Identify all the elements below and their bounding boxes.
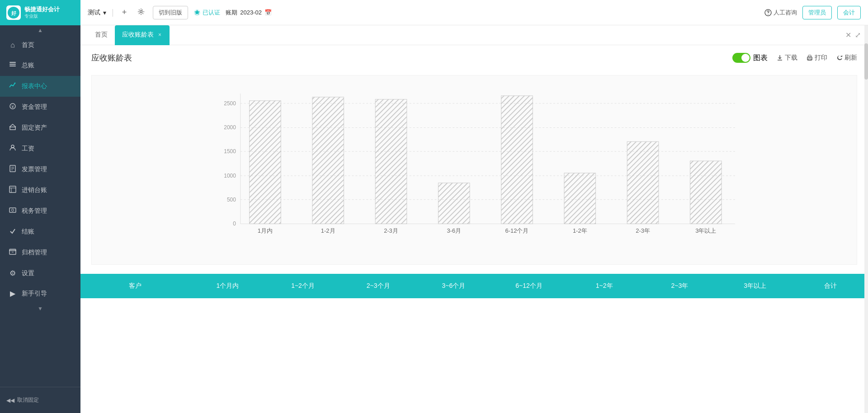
table-header-2-3year: 2~3年 xyxy=(642,274,717,298)
svg-point-18 xyxy=(12,209,14,211)
topbar-divider: | xyxy=(112,8,114,17)
svg-rect-4 xyxy=(9,66,16,66)
workspace-name: 测试 xyxy=(88,9,100,17)
guide-icon: ▶ xyxy=(8,289,17,298)
app-name: 畅捷通好会计 xyxy=(24,6,60,14)
svg-text:1000: 1000 xyxy=(224,173,236,179)
table-header-3year-plus: 3年以上 xyxy=(717,274,793,298)
svg-text:1-2月: 1-2月 xyxy=(321,227,335,234)
help-label: 人工咨询 xyxy=(774,9,797,17)
close-panel-btn[interactable]: ✕ xyxy=(845,31,851,39)
sidebar-item-home[interactable]: ⌂ 首页 xyxy=(0,35,80,55)
help-btn[interactable]: 人工咨询 xyxy=(764,9,797,17)
switch-version-btn[interactable]: 切到旧版 xyxy=(153,6,188,19)
refresh-label: 刷新 xyxy=(844,54,857,62)
scrollbar-thumb[interactable] xyxy=(864,43,868,80)
sidebar-bottom: ◀◀ 取消固定 xyxy=(0,387,80,413)
sidebar-item-guide[interactable]: ▶ 新手引导 xyxy=(0,283,80,304)
ledger-icon xyxy=(8,61,17,70)
svg-text:2500: 2500 xyxy=(224,100,236,107)
svg-text:3年以上: 3年以上 xyxy=(695,227,716,234)
accounting-period: 账期 2023-02 📅 xyxy=(226,9,272,17)
svg-point-22 xyxy=(140,10,142,13)
download-btn[interactable]: 下载 xyxy=(777,54,797,62)
cancel-fixed-btn[interactable]: ◀◀ 取消固定 xyxy=(0,392,80,408)
table-header-1-2month: 1~2个月 xyxy=(265,274,341,298)
chart-toggle[interactable]: 图表 xyxy=(732,53,768,63)
user-btn[interactable]: 管理员 xyxy=(802,6,832,19)
bar-3-6月 xyxy=(438,183,470,224)
tabs-right-actions: ✕ ⤢ xyxy=(845,31,861,39)
sidebar-item-archive[interactable]: 归档管理 xyxy=(0,242,80,263)
sidebar-item-closing[interactable]: 结账 xyxy=(0,221,80,242)
sidebar-item-fixed-assets[interactable]: 固定资产 xyxy=(0,117,80,138)
cancel-fixed-label: 取消固定 xyxy=(17,396,39,404)
svg-text:¥: ¥ xyxy=(11,104,14,109)
svg-rect-28 xyxy=(808,59,811,60)
download-label: 下载 xyxy=(785,54,797,62)
workspace-settings-btn[interactable] xyxy=(135,6,147,19)
toggle-thumb xyxy=(741,54,750,62)
svg-text:0: 0 xyxy=(233,221,236,227)
sidebar-item-sales[interactable]: 进销台账 xyxy=(0,180,80,201)
fixed-assets-icon xyxy=(8,123,17,132)
table-header-6-12month: 6~12个月 xyxy=(491,274,567,298)
sidebar-item-payroll[interactable]: 工资 xyxy=(0,138,80,159)
print-btn[interactable]: 打印 xyxy=(807,54,827,62)
sidebar-item-ledger[interactable]: 总账 xyxy=(0,55,80,76)
sidebar-item-invoices[interactable]: 发票管理 xyxy=(0,159,80,180)
svg-rect-17 xyxy=(9,208,16,212)
home-icon: ⌂ xyxy=(8,41,17,49)
sidebar-item-label: 总账 xyxy=(22,61,34,70)
print-label: 打印 xyxy=(815,54,827,62)
page-title: 应收账龄表 xyxy=(91,52,132,63)
table-header-3-6month: 3~6个月 xyxy=(416,274,491,298)
sidebar-item-label: 固定资产 xyxy=(22,124,47,132)
svg-text:3-6月: 3-6月 xyxy=(447,227,461,234)
table-header-1-2year: 1~2年 xyxy=(566,274,642,298)
svg-text:好: 好 xyxy=(11,10,17,16)
sidebar-logo: 好 畅捷通好会计 专业版 xyxy=(0,0,80,25)
add-workspace-btn[interactable]: + xyxy=(119,6,130,19)
tab-home[interactable]: 首页 xyxy=(88,25,115,45)
tax-icon xyxy=(8,206,17,216)
sidebar-item-label: 资金管理 xyxy=(22,103,47,111)
bar-1月内 xyxy=(250,101,281,224)
bar-chart: 0 500 1000 1500 2000 2500 xyxy=(101,84,848,255)
tab-close-btn[interactable]: × xyxy=(157,31,162,39)
sidebar-item-tax[interactable]: 税务管理 xyxy=(0,201,80,221)
svg-text:1-2年: 1-2年 xyxy=(573,227,587,234)
svg-point-5 xyxy=(14,83,16,84)
page-actions: 图表 下载 打印 刷新 xyxy=(732,53,857,63)
sidebar-item-reports[interactable]: 报表中心 xyxy=(0,76,80,97)
bar-6-12个月 xyxy=(501,96,533,224)
calendar-icon[interactable]: 📅 xyxy=(264,9,272,16)
expand-panel-btn[interactable]: ⤢ xyxy=(855,31,861,39)
chart-wrapper: 0 500 1000 1500 2000 2500 xyxy=(91,75,857,265)
table-header-total: 合计 xyxy=(793,274,868,298)
sidebar-item-label: 结账 xyxy=(22,228,34,236)
reports-icon xyxy=(8,82,17,91)
table-container: 客户 1个月内 1~2个月 2~3个月 3~6个月 6~12个月 1~2年 2~… xyxy=(80,274,868,298)
accountant-btn[interactable]: 会计 xyxy=(837,6,861,19)
svg-text:2-3年: 2-3年 xyxy=(636,227,650,234)
svg-text:1500: 1500 xyxy=(224,148,236,155)
bar-2-3年 xyxy=(627,141,659,224)
toggle-track[interactable] xyxy=(732,53,750,63)
topbar: 测试 ▾ | + 切到旧版 已认证 账期 2023-02 📅 人工咨询 管理员 … xyxy=(80,0,868,25)
app-edition: 专业版 xyxy=(24,13,60,19)
certified-label: 已认证 xyxy=(203,9,220,17)
chart-area: 0 500 1000 1500 2000 2500 xyxy=(80,70,868,274)
sidebar-item-funds[interactable]: ¥ 资金管理 xyxy=(0,97,80,117)
table-header-customer: 客户 xyxy=(80,274,190,298)
table-header-1month: 1个月内 xyxy=(190,274,265,298)
sidebar-item-settings[interactable]: ⚙ 设置 xyxy=(0,263,80,283)
svg-point-9 xyxy=(11,145,14,148)
scroll-up-arrow[interactable]: ▲ xyxy=(0,25,80,35)
workspace-selector[interactable]: 测试 ▾ xyxy=(88,9,106,17)
refresh-btn[interactable]: 刷新 xyxy=(836,54,857,62)
svg-rect-8 xyxy=(10,127,15,130)
scrollbar-track[interactable] xyxy=(864,25,868,413)
scroll-down-arrow[interactable]: ▼ xyxy=(0,304,80,314)
tab-aging-report[interactable]: 应收账龄表 × xyxy=(115,25,170,45)
